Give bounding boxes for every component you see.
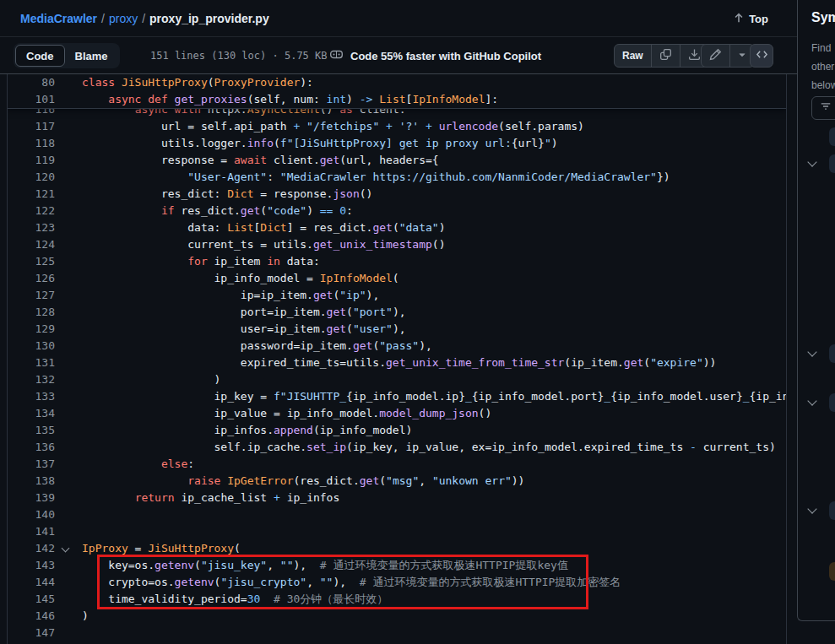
line-number[interactable]: 101 <box>8 91 55 108</box>
symbol-item[interactable] <box>829 127 835 146</box>
code-line: 118 utils.logger.info(f"[JiSuHttpProxy] … <box>8 135 786 152</box>
code-line-text: user=ip_item.get("user"), <box>82 321 406 338</box>
code-line-text: async def get_proxies(self, num: int) ->… <box>82 91 498 108</box>
annotation-red-box <box>97 555 588 609</box>
code-line: 125 for ip_item in data: <box>8 253 786 270</box>
code-line-text: url = self.api_path + "/fetchips" + '?' … <box>82 118 584 135</box>
symbol-item[interactable] <box>829 562 835 581</box>
code-line: 120 "User-Agent": "MediaCrawler https://… <box>8 169 786 186</box>
line-number[interactable]: 128 <box>8 304 55 321</box>
code-line-text: for ip_item in data: <box>82 253 320 270</box>
line-number[interactable]: 126 <box>8 270 55 287</box>
sticky-context-lines: 80class JiSuHttpProxy(ProxyProvider):101… <box>8 74 786 109</box>
code-line-text: ip_info_model = IpInfoModel( <box>82 270 399 287</box>
line-number[interactable]: 80 <box>8 74 55 91</box>
code-line: 126 ip_info_model = IpInfoModel( <box>8 270 786 287</box>
line-number[interactable]: 120 <box>8 169 55 186</box>
line-number[interactable]: 137 <box>8 456 55 473</box>
symbol-item[interactable] <box>829 393 835 412</box>
code-line-text: ) <box>82 608 89 625</box>
line-number[interactable]: 123 <box>8 219 55 236</box>
code-line-text: ip_key = f"JISUHTTP_{ip_info_model.ip}_{… <box>82 388 787 405</box>
code-line-text: else: <box>82 456 194 473</box>
line-number[interactable]: 117 <box>8 118 55 135</box>
copilot-banner[interactable]: Code 55% faster with GitHub Copilot <box>329 37 541 74</box>
code-line-text: ip=ip_item.get("ip"), <box>82 287 379 304</box>
code-line-text: if res_dict.get("code") == 0: <box>82 203 353 219</box>
code-line-text: expired_time_ts=utils.get_unix_time_from… <box>82 354 716 371</box>
line-number[interactable]: 138 <box>8 473 55 490</box>
code-line: 146) <box>8 608 786 625</box>
edit-button-group <box>701 44 755 68</box>
line-number[interactable]: 143 <box>8 557 55 574</box>
code-line-text: res_dict: Dict = response.json() <box>82 186 372 203</box>
back-to-top-button[interactable]: Top <box>733 0 768 37</box>
code-line: 101 async def get_proxies(self, num: int… <box>8 91 786 108</box>
chevron-down-icon[interactable] <box>808 505 816 513</box>
line-number[interactable]: 139 <box>8 490 55 506</box>
code-line: 141 <box>8 523 786 540</box>
line-number[interactable]: 132 <box>8 371 55 388</box>
chevron-down-icon[interactable] <box>808 158 816 166</box>
code-blame-switch: Code Blame <box>14 43 120 68</box>
line-number[interactable]: 125 <box>8 253 55 270</box>
code-brackets-icon <box>756 48 768 64</box>
code-line-text: port=ip_item.get("port"), <box>82 304 406 321</box>
line-number[interactable]: 122 <box>8 203 55 219</box>
line-number[interactable]: 127 <box>8 287 55 304</box>
copy-button[interactable] <box>651 45 680 67</box>
line-number[interactable]: 129 <box>8 321 55 338</box>
download-icon <box>688 48 701 63</box>
line-number[interactable]: 124 <box>8 236 55 253</box>
line-number[interactable]: 119 <box>8 152 55 169</box>
line-number[interactable]: 118 <box>8 135 55 152</box>
code-line: 136 self.ip_cache.set_ip(ip_key, ip_valu… <box>8 439 786 456</box>
pencil-icon <box>709 48 722 63</box>
chevron-down-icon[interactable] <box>808 397 816 405</box>
raw-button[interactable]: Raw <box>615 45 651 67</box>
code-line: 123 data: List[Dict] = res_dict.get("dat… <box>8 219 786 236</box>
code-line: 121 res_dict: Dict = response.json() <box>8 186 786 203</box>
line-number[interactable]: 140 <box>8 506 55 523</box>
symbol-item[interactable] <box>829 501 835 520</box>
file-toolbar: Code Blame 151 lines (130 loc) · 5.75 KB… <box>0 37 797 74</box>
code-line-text: password=ip_item.get("pass"), <box>82 338 432 354</box>
line-number[interactable]: 134 <box>8 405 55 422</box>
line-number[interactable]: 145 <box>8 591 55 608</box>
line-number[interactable]: 146 <box>8 608 55 625</box>
copy-icon <box>659 48 672 63</box>
line-number[interactable]: 142 <box>8 540 55 557</box>
breadcrumb-folder-link[interactable]: proxy <box>109 12 138 25</box>
line-number[interactable]: 131 <box>8 354 55 371</box>
symbols-filter-button[interactable] <box>811 96 835 120</box>
copilot-banner-text: Code 55% faster with GitHub Copilot <box>350 50 541 62</box>
symbol-item[interactable] <box>829 344 835 363</box>
breadcrumb-file-name: proxy_ip_provider.py <box>149 12 269 25</box>
symbol-item[interactable] <box>829 154 835 173</box>
line-number[interactable]: 147 <box>8 625 55 641</box>
edit-button[interactable] <box>702 45 729 67</box>
breadcrumb-repo-link[interactable]: MediaCrawler <box>20 12 97 25</box>
line-number[interactable]: 136 <box>8 439 55 456</box>
line-number[interactable]: 130 <box>8 338 55 354</box>
line-number[interactable]: 135 <box>8 422 55 439</box>
code-line: 117 url = self.api_path + "/fetchips" + … <box>8 118 786 135</box>
line-number[interactable]: 144 <box>8 574 55 591</box>
code-line: 139 return ip_cache_list + ip_infos <box>8 490 786 506</box>
symbols-panel <box>797 0 835 621</box>
symbols-panel-description-line: Find <box>811 42 835 54</box>
code-line: 128 port=ip_item.get("port"), <box>8 304 786 321</box>
fold-chevron-down-icon[interactable] <box>62 545 68 552</box>
chevron-down-icon[interactable] <box>808 348 816 356</box>
code-line: 134 ip_value = ip_info_model.model_dump_… <box>8 405 786 422</box>
tab-blame[interactable]: Blame <box>65 45 118 67</box>
tab-code[interactable]: Code <box>15 45 65 67</box>
line-number[interactable]: 133 <box>8 388 55 405</box>
arrow-up-icon <box>733 12 745 26</box>
line-number[interactable]: 121 <box>8 186 55 203</box>
symbols-panel-toggle-button[interactable] <box>750 44 773 68</box>
code-line: 132 ) <box>8 371 786 388</box>
code-line: 122 if res_dict.get("code") == 0: <box>8 203 786 219</box>
line-number[interactable]: 141 <box>8 523 55 540</box>
file-info: 151 lines (130 loc) · 5.75 KB <box>150 37 328 74</box>
